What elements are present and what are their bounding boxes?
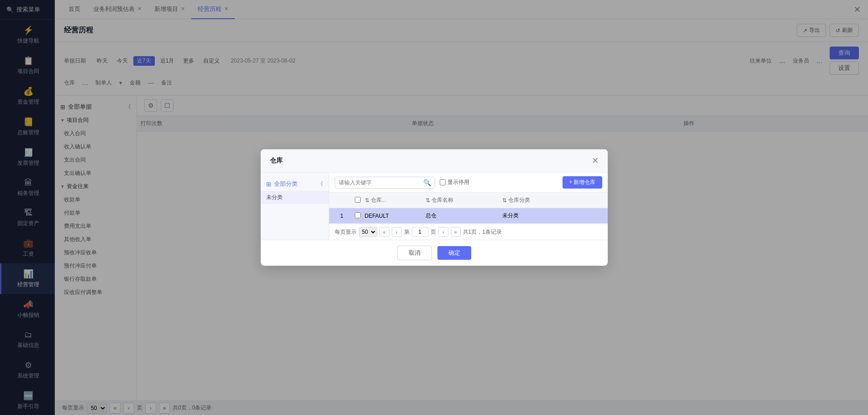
dialog-right-panel: 🔍 显示停用 + 新增仓库 ⇅ 仓库... <box>329 173 608 240</box>
dialog-search-box[interactable]: 🔍 <box>335 177 435 189</box>
sort-icon[interactable]: ⇅ <box>365 197 369 204</box>
row-category: 未分类 <box>502 212 604 220</box>
dialog-table-header: ⇅ 仓库... ⇅ 仓库名称 ⇅ 仓库分类 <box>329 193 608 208</box>
dialog-toolbar: 🔍 显示停用 + 新增仓库 <box>329 173 608 193</box>
warehouse-dialog: 仓库 ✕ ⊞ 全部分类 《 未分类 🔍 <box>261 149 608 266</box>
dialog-page-size-label: 每页显示 <box>335 228 357 236</box>
dialog-page-size-select[interactable]: 50 <box>359 227 377 237</box>
dialog-next-page[interactable]: › <box>438 227 448 237</box>
dialog-first-page[interactable]: « <box>379 227 389 237</box>
row-name: 总仓 <box>426 212 502 220</box>
grid-icon: ⊞ <box>266 181 271 188</box>
col-check-header <box>351 197 365 204</box>
show-disabled-checkbox[interactable]: 显示停用 <box>440 179 469 186</box>
dialog-table-body: 1 DEFAULT 总仓 未分类 <box>329 208 608 224</box>
dialog-left-panel: ⊞ 全部分类 《 未分类 <box>261 173 329 240</box>
sort-icon[interactable]: ⇅ <box>426 197 430 204</box>
dialog-page-word: 第 <box>404 228 410 236</box>
confirm-button[interactable]: 确定 <box>437 246 471 260</box>
sort-icon[interactable]: ⇅ <box>502 197 507 204</box>
dialog-header: 仓库 ✕ <box>261 149 608 173</box>
dialog-total-label: 共1页，1条记录 <box>463 228 502 236</box>
dialog-all-category[interactable]: ⊞ 全部分类 《 <box>261 177 329 191</box>
dialog-page-input[interactable] <box>412 227 428 237</box>
dialog-last-page[interactable]: » <box>451 227 461 237</box>
modal-overlay: 仓库 ✕ ⊞ 全部分类 《 未分类 🔍 <box>0 0 868 415</box>
cancel-button[interactable]: 取消 <box>397 246 432 260</box>
dialog-pagination: 每页显示 50 « ‹ 第 页 › » 共1页，1条记录 <box>335 227 502 237</box>
show-disabled-input[interactable] <box>440 179 446 185</box>
row-check[interactable] <box>351 212 365 220</box>
dialog-close-button[interactable]: ✕ <box>592 156 599 166</box>
show-disabled-label: 显示停用 <box>447 179 469 186</box>
dialog-search-input[interactable] <box>339 179 423 186</box>
row-no: 1 <box>333 213 351 219</box>
dialog-all-label: 全部分类 <box>274 180 298 188</box>
collapse-left-icon[interactable]: 《 <box>317 180 323 188</box>
dialog-actions: 取消 确定 <box>261 240 608 266</box>
dialog-page-label: 页 <box>431 228 436 236</box>
table-row[interactable]: 1 DEFAULT 总仓 未分类 <box>329 208 608 224</box>
col-name-header: ⇅ 仓库名称 <box>426 196 502 204</box>
dialog-uncategorized[interactable]: 未分类 <box>261 191 329 204</box>
select-all-checkbox[interactable] <box>355 197 361 203</box>
col-category-header: ⇅ 仓库分类 <box>502 196 604 204</box>
dialog-title: 仓库 <box>270 157 283 165</box>
col-code-header: ⇅ 仓库... <box>365 196 426 204</box>
dialog-body: ⊞ 全部分类 《 未分类 🔍 显示停用 <box>261 173 608 240</box>
row-code: DEFAULT <box>365 213 426 219</box>
search-icon: 🔍 <box>423 179 431 186</box>
row-checkbox[interactable] <box>355 212 361 218</box>
add-warehouse-button[interactable]: + 新增仓库 <box>563 176 602 189</box>
dialog-prev-page[interactable]: ‹ <box>392 227 402 237</box>
dialog-footer-bar: 每页显示 50 « ‹ 第 页 › » 共1页，1条记录 <box>329 224 608 240</box>
